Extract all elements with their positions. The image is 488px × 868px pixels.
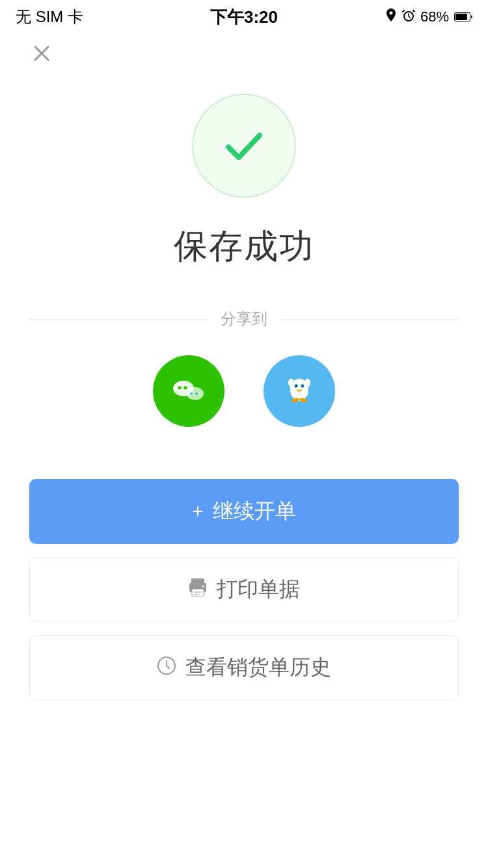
location-icon — [385, 8, 397, 26]
success-circle — [192, 94, 296, 198]
share-icons — [153, 355, 335, 427]
battery-icon — [454, 8, 472, 25]
main-content: 保存成功 分享到 — [0, 29, 488, 713]
print-button[interactable]: 打印单据 — [29, 557, 459, 622]
alarm-icon — [402, 8, 415, 26]
clock-icon — [157, 656, 176, 680]
action-buttons: + 继续开单 打印单据 — [29, 479, 459, 713]
svg-point-17 — [302, 385, 304, 387]
status-time: 下午3:20 — [210, 6, 278, 29]
wechat-icon — [168, 370, 210, 412]
qq-icon — [278, 370, 320, 412]
status-right: 68% — [385, 8, 472, 26]
share-line-right — [280, 319, 459, 319]
close-button[interactable] — [26, 38, 57, 69]
svg-point-8 — [178, 387, 182, 390]
no-sim-label: 无 SIM 卡 — [16, 7, 83, 27]
battery-text: 68% — [420, 8, 449, 25]
share-label: 分享到 — [221, 308, 267, 329]
status-left: 无 SIM 卡 — [16, 7, 88, 27]
svg-point-16 — [295, 385, 297, 387]
continue-button[interactable]: + 继续开单 — [29, 479, 459, 544]
plus-icon: + — [192, 500, 204, 522]
history-label: 查看销货单历史 — [185, 653, 331, 682]
success-text: 保存成功 — [174, 224, 314, 269]
svg-point-10 — [190, 392, 193, 395]
svg-point-27 — [202, 585, 204, 587]
share-qq-button[interactable] — [264, 355, 335, 427]
svg-rect-3 — [455, 14, 467, 20]
svg-rect-25 — [194, 591, 202, 593]
share-line-left — [29, 319, 208, 319]
svg-rect-26 — [194, 594, 199, 595]
status-bar: 无 SIM 卡 下午3:20 68% — [0, 0, 488, 29]
history-button[interactable]: 查看销货单历史 — [29, 635, 459, 700]
svg-point-11 — [195, 392, 198, 395]
print-label: 打印单据 — [217, 575, 300, 604]
svg-rect-22 — [191, 578, 204, 584]
share-divider: 分享到 — [29, 308, 459, 329]
svg-point-9 — [184, 387, 187, 390]
svg-point-0 — [389, 12, 392, 15]
continue-label: 继续开单 — [213, 497, 296, 526]
check-icon — [218, 120, 270, 172]
printer-icon — [188, 578, 208, 601]
share-wechat-button[interactable] — [153, 355, 224, 427]
